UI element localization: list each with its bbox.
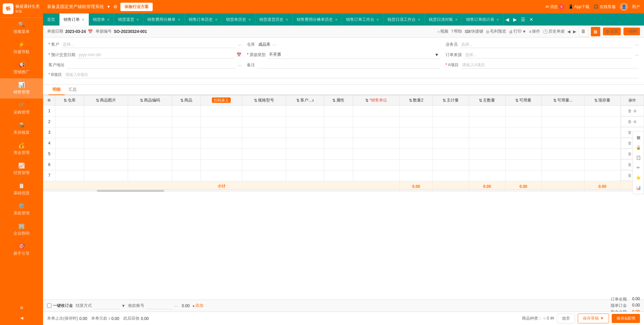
settings-gear-icon[interactable]: ⚙ <box>113 4 118 9</box>
tab-close-icon[interactable]: ✕ <box>107 18 110 22</box>
warehouse-more-icon[interactable]: ··· <box>272 42 276 47</box>
col-product-code[interactable]: ⇅商品编码 <box>128 95 172 106</box>
view-action[interactable]: ○ 视频 <box>437 29 448 34</box>
save-draft-button[interactable]: 保存草稿 ▼ <box>578 314 609 323</box>
tab-close-icon[interactable]: ✕ <box>455 18 458 22</box>
sidebar-settings[interactable]: ⚙ <box>1 303 42 312</box>
delivery-date-input[interactable] <box>77 51 234 58</box>
row-spec[interactable] <box>242 106 286 117</box>
row-sales-unit[interactable] <box>353 106 400 117</box>
tab-close-icon[interactable]: ✕ <box>335 18 338 22</box>
row-copy-icon[interactable]: ⊕ <box>633 109 637 113</box>
right-icon-3[interactable]: 📋 <box>634 153 643 162</box>
row-delete-icon[interactable]: 🗑 <box>628 109 632 113</box>
tab-stats[interactable]: 销售订单统计表 ✕ <box>462 13 503 26</box>
receive-input[interactable] <box>146 302 173 309</box>
col-spec[interactable]: ⇅规格型号 <box>242 95 286 106</box>
sidebar-item-inventory[interactable]: 📦 库存核算 <box>0 119 43 139</box>
col-main-unit[interactable]: ⇅主计量 <box>432 95 469 106</box>
row-qty2[interactable] <box>400 106 433 117</box>
col-product[interactable]: ⇅商品 <box>172 95 200 106</box>
tab-close-icon[interactable]: ✕ <box>376 18 379 22</box>
sidebar-item-operations[interactable]: 📈 经营管理 <box>0 159 43 179</box>
one-click-checkbox[interactable] <box>47 303 51 308</box>
col-qty2[interactable]: ⇅数量2 <box>400 95 433 106</box>
tab-sales-slip[interactable]: 销货单 ✕ <box>89 13 114 26</box>
sidebar-item-sales[interactable]: 📊 销售管理 <box>0 78 43 98</box>
tab-close-icon[interactable]: ✕ <box>82 18 84 22</box>
col-current-qty[interactable]: ⇅现存量 <box>584 95 620 106</box>
list-view-btn[interactable]: ☰ <box>579 27 588 36</box>
row-avail[interactable] <box>505 106 541 117</box>
user-avatar[interactable]: 👤 <box>620 3 628 11</box>
help-action[interactable]: ? 帮助 <box>451 29 462 34</box>
solution-button[interactable]: 体验行业方案 <box>120 3 153 11</box>
tab-reconcile[interactable]: 钱货日清对账 ✕ <box>425 13 462 26</box>
row-product-image[interactable] <box>84 106 128 117</box>
col-warehouse[interactable]: ⇅仓库 <box>55 95 84 106</box>
tab-summary[interactable]: 汇总 <box>65 85 81 95</box>
remarks-input[interactable] <box>257 62 440 69</box>
tab-expense-split[interactable]: 销售费用分摊单 ✕ <box>143 13 185 26</box>
col-avail-qty2[interactable]: ⇅可用量... <box>541 95 584 106</box>
user-name[interactable]: 用户 <box>632 4 640 10</box>
row-current[interactable] <box>584 106 620 117</box>
tab-close-icon[interactable]: ✕ <box>215 18 218 22</box>
address-more-icon[interactable]: ··· <box>238 63 242 68</box>
discard-button[interactable]: 放弃 <box>557 314 575 323</box>
row-attribute[interactable] <box>324 106 353 117</box>
sidebar-item-finance[interactable]: 💰 资金管理 <box>0 139 43 159</box>
sidebar-item-enterprise[interactable]: 🏢 企业协同 <box>0 219 43 240</box>
col-attribute[interactable]: ⇅属性 <box>324 95 353 106</box>
tab-close-icon[interactable]: ✕ <box>178 18 180 22</box>
settle-dropdown-icon[interactable]: ▼ <box>121 303 125 308</box>
dropdown-arrow-icon[interactable]: ▼ <box>107 4 111 9</box>
grid-view-btn[interactable]: ▦ <box>591 27 600 36</box>
tab-close-icon[interactable]: ✕ <box>286 18 288 22</box>
right-icon-1[interactable]: ▦ <box>634 133 643 142</box>
row-delete-icon[interactable]: 🗑 <box>628 141 632 146</box>
operation-action[interactable]: ≡ 操作 <box>529 29 540 34</box>
tab-return-history[interactable]: 销货退货历史 ✕ <box>255 13 293 26</box>
next-doc-icon[interactable]: ▶ <box>573 29 576 34</box>
row-main-unit[interactable] <box>432 106 469 117</box>
salesperson-more-icon[interactable]: ··· <box>635 42 639 47</box>
tab-close-icon[interactable]: ✕ <box>496 18 499 22</box>
tab-nav-left[interactable]: ◀ <box>503 17 511 22</box>
row-avail2[interactable] <box>541 106 584 117</box>
sidebar-item-marketing[interactable]: 📢 营销推广 <box>0 58 43 78</box>
row-warehouse[interactable] <box>55 106 84 117</box>
tab-close-icon[interactable]: ✕ <box>418 18 420 22</box>
row-delete-icon[interactable]: 🗑 <box>628 173 632 178</box>
add-button[interactable]: ● 添加 <box>192 303 203 309</box>
customer-more-icon[interactable]: ··· <box>238 42 242 47</box>
receive-more-icon[interactable]: ··· <box>174 303 178 309</box>
sidebar-item-base[interactable]: 📋 基础信息 <box>0 179 43 199</box>
shortcut-action[interactable]: ⌨ 快捷键 <box>465 29 483 34</box>
customer-input[interactable] <box>61 41 236 48</box>
tab-close-icon[interactable]: ✕ <box>136 18 139 22</box>
tab-close-icon[interactable]: ✕ <box>248 18 251 22</box>
tab-daily-workbench[interactable]: 钱货日清工作台 ✕ <box>383 13 425 26</box>
col-avail-qty[interactable]: ⇅可用量 <box>505 95 541 106</box>
tab-expense-history[interactable]: 销售费用分摊单历史 ✕ <box>293 13 342 26</box>
salesperson-input[interactable] <box>460 41 633 48</box>
messages-btn[interactable]: ✉ 消息 9 <box>545 4 564 10</box>
tab-nav-right[interactable]: ▶ <box>511 17 519 22</box>
tab-nav-menu[interactable]: ☰ <box>519 17 527 22</box>
right-icon-4[interactable]: ✏ <box>634 163 643 172</box>
col-settings[interactable]: ⚙ <box>43 95 55 106</box>
tab-order-workbench[interactable]: 销售订单工作台 ✕ <box>342 13 383 26</box>
sidebar-item-system[interactable]: ⚙️ 系统管理 <box>0 199 43 219</box>
tab-sales-return[interactable]: 销货退货 ✕ <box>114 13 143 26</box>
row-delete-icon[interactable]: 🗑 <box>628 119 632 124</box>
sidebar-item-quick-nav[interactable]: ⚡ 快捷导航 <box>0 38 43 58</box>
profit-action[interactable]: ◎ 毛利预览 <box>486 29 506 34</box>
tab-order-history[interactable]: 销售订单历史 ✕ <box>185 13 222 26</box>
right-icon-6[interactable]: 📊 <box>634 183 643 193</box>
order-source-more-icon[interactable]: ··· <box>635 52 639 57</box>
prev-doc-icon[interactable]: ◀ <box>567 29 570 34</box>
row-delete-icon[interactable]: 🗑 <box>628 152 632 156</box>
right-icon-5[interactable]: ⭐ <box>634 173 643 182</box>
sidebar-item-purchase[interactable]: 🛒 采购管理 <box>0 98 43 119</box>
